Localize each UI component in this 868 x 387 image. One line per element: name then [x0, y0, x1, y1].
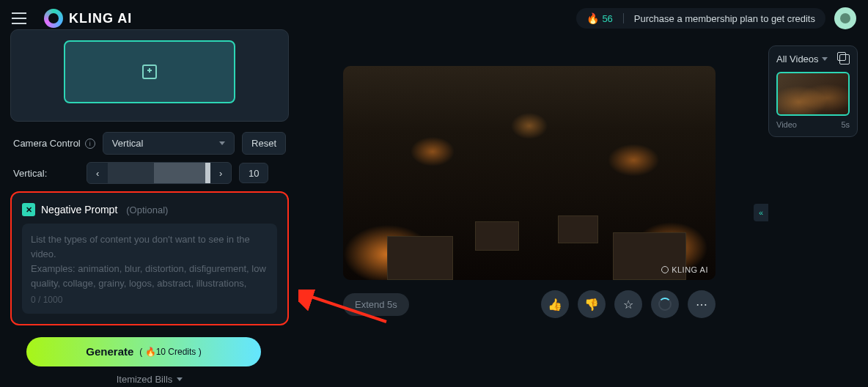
- slider-track[interactable]: [108, 163, 210, 183]
- video-thumbnail[interactable]: [776, 72, 850, 116]
- camera-select-value: Vertical: [112, 138, 144, 149]
- copy-icon[interactable]: [839, 54, 850, 64]
- extend-button[interactable]: Extend 5s: [343, 293, 409, 316]
- generate-button[interactable]: Generate ( 🔥10 Credits ): [26, 337, 261, 366]
- purchase-link[interactable]: Purchase a membership plan to get credit…: [634, 13, 815, 24]
- generate-label: Generate: [86, 345, 133, 358]
- slider-value: 10: [239, 163, 268, 183]
- image-upload-dropzone[interactable]: [64, 40, 235, 103]
- reset-button[interactable]: Reset: [242, 132, 286, 155]
- slider-label: Vertical:: [13, 168, 47, 179]
- spinner-icon: [658, 298, 672, 311]
- thumb-type: Video: [776, 120, 797, 129]
- video-preview[interactable]: KLING AI: [343, 66, 716, 280]
- thumb-duration: 5s: [841, 120, 850, 129]
- more-button[interactable]: ⋯: [688, 290, 716, 318]
- image-upload-section: [10, 29, 289, 122]
- avatar[interactable]: [834, 7, 856, 29]
- upload-icon: [142, 64, 157, 79]
- favorite-button[interactable]: ☆: [614, 290, 642, 318]
- slider-prev-button[interactable]: ‹: [87, 163, 108, 183]
- thumbs-up-button[interactable]: 👍: [541, 290, 569, 318]
- credits-value: 56: [602, 13, 612, 24]
- credits-badge[interactable]: 🔥 56: [586, 12, 612, 24]
- flame-icon: 🔥: [586, 12, 599, 24]
- negative-prompt-counter: 0 / 1000: [31, 295, 268, 305]
- logo-text: KLING AI: [69, 11, 132, 26]
- itemized-bills[interactable]: Itemized Bills: [10, 374, 289, 385]
- chevron-down-icon: [177, 377, 183, 381]
- video-watermark: KLING AI: [661, 265, 708, 274]
- videos-dropdown[interactable]: All Videos: [776, 54, 828, 64]
- negative-prompt-placeholder: List the types of content you don't want…: [31, 232, 268, 292]
- chevron-down-icon: [822, 57, 828, 61]
- info-icon[interactable]: i: [85, 139, 95, 149]
- chevron-left-icon: «: [759, 208, 763, 217]
- collapse-panel-button[interactable]: «: [754, 204, 768, 221]
- menu-icon[interactable]: [12, 12, 26, 24]
- vertical-slider[interactable]: ‹ ›: [87, 162, 232, 184]
- logo[interactable]: KLING AI: [44, 9, 132, 28]
- thumbs-down-button[interactable]: 👎: [578, 290, 606, 318]
- negative-prompt-icon: ✕: [22, 203, 35, 216]
- logo-icon: [44, 9, 63, 28]
- negative-prompt-section: ✕ Negative Prompt (Optional) List the ty…: [10, 191, 289, 325]
- chevron-down-icon: [219, 141, 225, 145]
- camera-select[interactable]: Vertical: [103, 132, 235, 155]
- negative-prompt-title: Negative Prompt: [41, 204, 117, 215]
- generate-credits: ( 🔥10 Credits ): [139, 347, 201, 357]
- divider: [623, 13, 624, 23]
- negative-prompt-textarea[interactable]: List the types of content you don't want…: [22, 224, 277, 314]
- negative-prompt-optional: (Optional): [126, 204, 168, 215]
- loading-button[interactable]: [651, 290, 679, 318]
- camera-label: Camera Control: [13, 138, 81, 149]
- videos-panel: All Videos Video 5s: [768, 45, 858, 137]
- slider-next-button[interactable]: ›: [210, 163, 231, 183]
